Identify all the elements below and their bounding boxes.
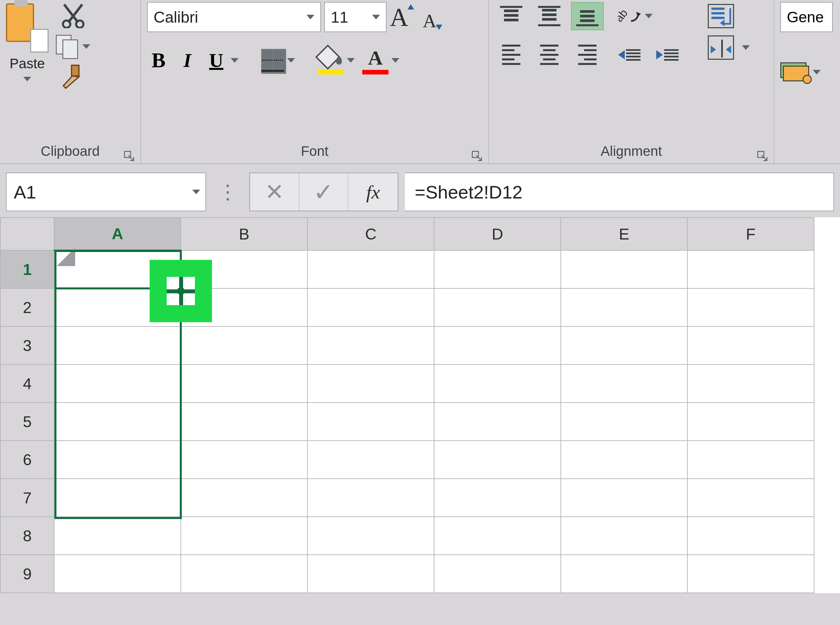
cell-C6[interactable] — [308, 441, 434, 479]
underline-dropdown[interactable] — [229, 55, 240, 66]
merge-dropdown[interactable] — [740, 42, 751, 53]
row-header-3[interactable]: 3 — [0, 326, 54, 364]
cell-C5[interactable] — [308, 403, 434, 441]
font-size-combo[interactable]: 11 — [324, 2, 387, 32]
align-top-button[interactable] — [495, 2, 527, 30]
cell-E8[interactable] — [561, 517, 688, 555]
cell-F1[interactable] — [688, 250, 814, 288]
cell-C2[interactable] — [308, 288, 434, 326]
cell-A6[interactable] — [54, 441, 181, 479]
cancel-formula-button[interactable]: ✕ — [250, 173, 299, 211]
paste-dropdown[interactable] — [22, 73, 33, 85]
wrap-text-button[interactable] — [703, 2, 739, 30]
cell-F8[interactable] — [688, 517, 814, 555]
clipboard-launcher[interactable] — [124, 149, 135, 159]
cell-A8[interactable] — [54, 517, 181, 555]
formula-resize-handle[interactable]: ⋮ — [213, 180, 243, 204]
cell-B5[interactable] — [181, 403, 308, 441]
column-header-F[interactable]: F — [688, 218, 814, 250]
cell-A2[interactable] — [54, 288, 181, 326]
align-left-button[interactable] — [495, 41, 527, 69]
cell-E7[interactable] — [561, 479, 688, 517]
cell-D2[interactable] — [434, 288, 561, 326]
copy-button[interactable] — [54, 35, 78, 58]
cell-C7[interactable] — [308, 479, 434, 517]
cell-B7[interactable] — [181, 479, 308, 517]
borders-dropdown[interactable] — [285, 55, 297, 66]
cell-D3[interactable] — [434, 326, 561, 364]
cell-C1[interactable] — [308, 250, 434, 288]
align-right-button[interactable] — [571, 41, 604, 69]
worksheet[interactable]: A B C D E F 1 2 3 4 5 6 7 8 9 — [0, 217, 840, 593]
column-header-A[interactable]: A — [54, 218, 181, 250]
cell-F6[interactable] — [688, 441, 814, 479]
formula-input[interactable]: =Sheet2!D12 — [405, 173, 834, 211]
increase-indent-button[interactable] — [651, 41, 684, 69]
cell-B9[interactable] — [181, 555, 308, 593]
font-launcher[interactable] — [472, 149, 482, 159]
cut-button[interactable] — [60, 2, 86, 30]
select-all-corner[interactable] — [0, 218, 54, 250]
cell-E4[interactable] — [561, 364, 688, 403]
cell-E9[interactable] — [561, 555, 688, 593]
fill-color-button[interactable] — [317, 45, 344, 75]
cell-C4[interactable] — [308, 364, 434, 403]
copy-dropdown[interactable] — [81, 41, 92, 52]
column-header-C[interactable]: C — [308, 218, 434, 250]
alignment-launcher[interactable] — [757, 149, 768, 159]
cell-F7[interactable] — [688, 479, 814, 517]
orientation-button[interactable]: ab — [617, 2, 642, 30]
font-color-button[interactable]: A — [362, 45, 389, 75]
cell-D7[interactable] — [434, 479, 561, 517]
cell-A7[interactable] — [54, 479, 181, 517]
row-header-4[interactable]: 4 — [0, 364, 54, 403]
row-header-2[interactable]: 2 — [0, 288, 54, 326]
cell-B1[interactable] — [181, 250, 308, 288]
row-header-8[interactable]: 8 — [0, 517, 54, 555]
cell-F3[interactable] — [688, 326, 814, 364]
align-bottom-button[interactable] — [571, 2, 604, 30]
name-box[interactable]: A1 — [6, 173, 206, 211]
column-header-B[interactable]: B — [181, 218, 308, 250]
underline-button[interactable]: U — [205, 45, 228, 75]
fill-color-dropdown[interactable] — [345, 55, 356, 66]
enter-formula-button[interactable]: ✓ — [299, 173, 348, 211]
cell-C3[interactable] — [308, 326, 434, 364]
cell-D8[interactable] — [434, 517, 561, 555]
italic-button[interactable]: I — [176, 45, 199, 75]
cell-C8[interactable] — [308, 517, 434, 555]
row-header-6[interactable]: 6 — [0, 441, 54, 479]
decrease-font-button[interactable]: A — [423, 10, 436, 32]
cell-C9[interactable] — [308, 555, 434, 593]
cell-A3[interactable] — [54, 326, 181, 364]
cell-D4[interactable] — [434, 364, 561, 403]
cell-B6[interactable] — [181, 441, 308, 479]
paste-button[interactable]: Paste — [6, 2, 48, 85]
row-header-7[interactable]: 7 — [0, 479, 54, 517]
cell-A5[interactable] — [54, 403, 181, 441]
decrease-indent-button[interactable] — [613, 41, 646, 69]
cell-E6[interactable] — [561, 441, 688, 479]
cell-D6[interactable] — [434, 441, 561, 479]
format-painter-button[interactable] — [60, 64, 86, 91]
accounting-format-button[interactable] — [780, 57, 810, 87]
accounting-dropdown[interactable] — [811, 67, 822, 78]
cell-D1[interactable] — [434, 250, 561, 288]
bold-button[interactable]: B — [147, 45, 170, 75]
cell-A9[interactable] — [54, 555, 181, 593]
cell-E3[interactable] — [561, 326, 688, 364]
font-color-dropdown[interactable] — [390, 55, 401, 66]
cell-E1[interactable] — [561, 250, 688, 288]
cell-F9[interactable] — [688, 555, 814, 593]
cell-F5[interactable] — [688, 403, 814, 441]
merge-center-button[interactable] — [703, 33, 739, 62]
row-header-1[interactable]: 1 — [0, 250, 54, 288]
increase-font-button[interactable]: A — [390, 2, 408, 32]
cell-B3[interactable] — [181, 326, 308, 364]
cell-E5[interactable] — [561, 403, 688, 441]
row-header-5[interactable]: 5 — [0, 403, 54, 441]
insert-function-button[interactable]: fx — [348, 173, 398, 211]
column-header-E[interactable]: E — [561, 218, 688, 250]
orientation-dropdown[interactable] — [643, 11, 654, 22]
row-header-9[interactable]: 9 — [0, 555, 54, 593]
